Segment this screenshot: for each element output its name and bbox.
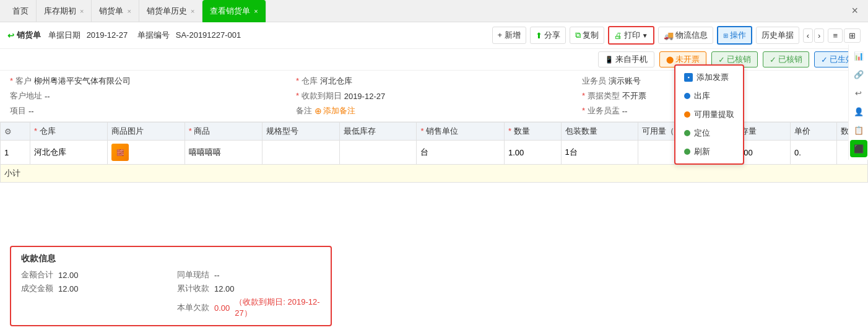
row-price: 0. [791,141,837,165]
available-qty-icon [684,111,690,118]
number-value: SA-20191227-001 [176,30,241,40]
row-warehouse: 河北仓库 [30,141,108,165]
warehouse-row: 仓库 河北仓库 [296,76,572,87]
view-toggle: ≡ ⊞ [828,28,861,43]
row-product: 嘻嘻嘻嘻 [184,141,262,165]
copy-button[interactable]: ⧉ 复制 [570,27,604,44]
sidebar-link-button[interactable]: 🔗 [850,66,867,83]
tab-bar: 首页 库存期初 × 销货单 × 销货单历史 × 查看销货单 × × [0,0,868,22]
address-row: 客户地址 -- [10,90,286,102]
menu-refresh[interactable]: 刷新 [675,142,743,161]
col-min-stock: 最低库存 [339,123,417,141]
view-list-button[interactable]: ≡ [828,28,843,43]
share-button[interactable]: ⬆ 分享 [530,27,566,44]
dropdown-menu: ▪ 添加发票 出库 可用量提取 定位 刷新 [674,64,744,165]
menu-add-invoice[interactable]: ▪ 添加发票 [675,68,743,87]
doc-type-label: 销货单 [17,30,41,41]
close-icon[interactable]: × [80,7,84,15]
payment-info-container: 收款信息 金额合计 12.00 同单现结 -- 成交金额 12.00 累计收款 … [0,240,868,330]
payment-rows: 金额合计 12.00 同单现结 -- 成交金额 12.00 累计收款 12.00… [21,269,321,319]
outbound-icon [684,93,690,99]
accumulated-value: 12.00 [214,284,235,293]
tab-view-sales[interactable]: 查看销货单 × [202,0,266,22]
col-price: 单价 [791,123,837,141]
same-order-row: 同单现结 -- [177,269,321,280]
customer-label: 客户 [10,76,32,87]
salesperson2-label: 业务员盂 [582,105,620,116]
doc-title: ↩ 销货单 [7,30,41,41]
tab-sales-history[interactable]: 销货单历史 × [139,0,202,22]
tab-home[interactable]: 首页 [5,0,37,22]
sidebar-expand-button[interactable]: ⬛ [850,140,867,157]
transaction-row: 成交金额 12.00 [21,283,165,294]
total-value: 12.00 [58,271,79,280]
global-close-button[interactable]: × [846,4,863,17]
row-pkg: 1台 [561,141,638,165]
doc-header: ↩ 销货单 单据日期 2019-12-27 单据编号 SA-20191227-0… [0,22,868,49]
operation-button[interactable]: ⊞ 操作 [717,26,752,45]
same-order-label: 同单现结 [177,269,209,280]
product-image: 🧱 [111,144,129,161]
row-img: 🧱 [107,141,184,165]
tab-sales[interactable]: 销货单 × [92,0,139,22]
row-unit: 台 [417,141,505,165]
date-value: 2019-12-27 [87,30,128,40]
number-label: 单据编号 SA-20191227-001 [137,30,241,41]
payment-date-value: 2019-12-27 [344,92,572,101]
total-label: 金额合计 [21,269,53,280]
sidebar-user-button[interactable]: 👤 [850,103,867,120]
history-button[interactable]: 历史单据 [756,27,799,44]
sold-badge: ✓ 已核销 [763,51,809,67]
warehouse-value: 河北仓库 [320,76,572,87]
warehouse-label: 仓库 [296,76,318,87]
logistics-button[interactable]: 🚚 物流信息 [658,27,713,44]
doc-meta: 单据日期 2019-12-27 单据编号 SA-20191227-001 [48,30,241,41]
outstanding-value: 0.00 [214,303,230,313]
from-phone-button[interactable]: 📱 来自手机 [598,51,654,67]
col-warehouse: 仓库 [30,123,108,141]
col-product: 商品 [184,123,262,141]
nav-next-button[interactable]: › [814,28,824,43]
note-label: 备注 [296,105,312,116]
sidebar-doc-button[interactable]: 📋 [850,121,867,139]
sidebar-reply-button[interactable]: ↩ [850,84,867,102]
outstanding-label: 本单欠款 [177,302,209,313]
invoice-type-label: 票据类型 [582,90,620,102]
print-button[interactable]: 🖨 打印 ▼ [608,26,654,45]
row-min-stock [339,141,417,165]
col-img: 商品图片 [107,123,184,141]
locate-icon [684,130,690,136]
row-no: 1 [1,141,30,165]
main-content: ↩ 销货单 单据日期 2019-12-27 单据编号 SA-20191227-0… [0,22,868,330]
close-icon[interactable]: × [127,7,131,15]
new-button[interactable]: + 新增 [492,27,526,44]
nav-prev-button[interactable]: ‹ [803,28,813,43]
view-grid-button[interactable]: ⊞ [844,28,861,43]
project-value: -- [28,106,286,116]
menu-locate[interactable]: 定位 [675,124,743,142]
salesperson-label: 业务员 [582,76,606,87]
toolbar: + 新增 ⬆ 分享 ⧉ 复制 🖨 打印 ▼ 🚚 物流信息 ⊞ 操作 [492,26,861,45]
row-qty: 1.00 [504,141,561,165]
outstanding-row: 本单欠款 0.00 （收款到期日: 2019-12-27） [177,297,321,319]
add-note-button[interactable]: ⊕ 添加备注 [315,105,355,116]
col-pkg: 包装数量 [561,123,638,141]
same-order-value: -- [214,271,220,280]
note-row: 备注 ⊕ 添加备注 [296,105,572,116]
row-spec [262,141,339,165]
customer-value: 柳州粤港平安气体有限公司 [34,76,286,87]
address-value: -- [45,92,286,101]
col-unit: 销售单位 [417,123,505,141]
close-icon[interactable]: × [191,7,194,15]
menu-outbound[interactable]: 出库 [675,87,743,105]
date-label: 单据日期 2019-12-27 [48,30,128,41]
sidebar-chart-button[interactable]: 📊 [850,47,867,64]
close-icon[interactable]: × [254,7,258,15]
operation-label: 操作 [730,30,746,41]
col-spec: 规格型号 [262,123,339,141]
col-qty: 数量 [504,123,561,141]
tab-inventory[interactable]: 库存期初 × [37,0,92,22]
transaction-value: 12.00 [58,284,79,293]
subtotal-row: 小计 [1,165,868,183]
menu-available-qty[interactable]: 可用量提取 [675,105,743,124]
